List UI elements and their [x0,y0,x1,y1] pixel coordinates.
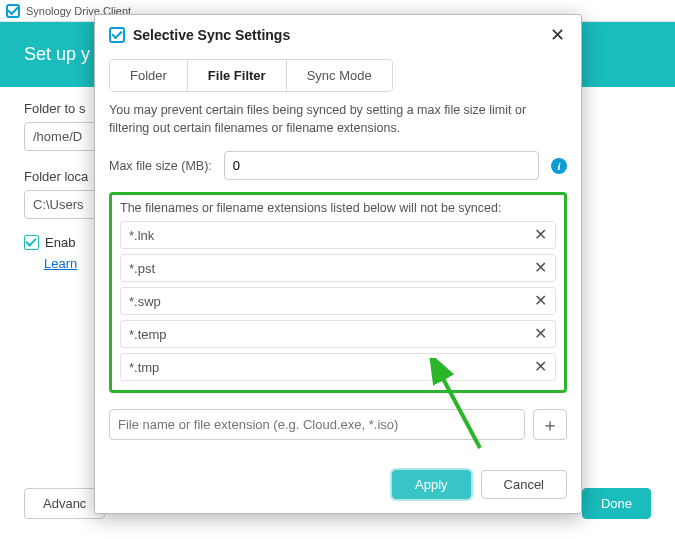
modal-body: You may prevent certain files being sync… [95,92,581,450]
help-text: You may prevent certain files being sync… [109,102,567,137]
modal-header: Selective Sync Settings ✕ [95,15,581,51]
tab-folder[interactable]: Folder [110,60,188,91]
add-extension-row: ＋ [109,409,567,440]
app-logo-icon [6,4,20,18]
enable-label: Enab [45,235,75,250]
info-icon[interactable]: i [551,158,567,174]
max-size-input[interactable] [224,151,539,180]
enable-checkbox[interactable] [24,235,39,250]
done-button[interactable]: Done [582,488,651,519]
tab-file-filter[interactable]: File Filter [188,60,287,91]
remove-icon[interactable]: ✕ [534,293,547,309]
extension-row: *.lnk ✕ [120,221,556,249]
add-extension-button[interactable]: ＋ [533,409,567,440]
add-extension-input[interactable] [109,409,525,440]
extension-row: *.tmp ✕ [120,353,556,381]
extension-label: *.pst [129,261,155,276]
max-size-row: Max file size (MB): i [109,151,567,180]
remove-icon[interactable]: ✕ [534,326,547,342]
remove-icon[interactable]: ✕ [534,359,547,375]
modal-title: Selective Sync Settings [133,27,547,43]
remove-icon[interactable]: ✕ [534,227,547,243]
extension-row: *.temp ✕ [120,320,556,348]
remove-icon[interactable]: ✕ [534,260,547,276]
extension-list-title: The filenames or filename extensions lis… [120,201,556,215]
extension-list-box: The filenames or filename extensions lis… [109,192,567,393]
max-size-label: Max file size (MB): [109,159,212,173]
close-icon[interactable]: ✕ [547,25,567,45]
extension-label: *.tmp [129,360,159,375]
cancel-button[interactable]: Cancel [481,470,567,499]
extension-row: *.swp ✕ [120,287,556,315]
tab-bar: Folder File Filter Sync Mode [109,59,393,92]
apply-button[interactable]: Apply [392,470,471,499]
learn-link[interactable]: Learn [44,256,77,271]
extension-label: *.swp [129,294,161,309]
banner-heading: Set up y [24,44,90,64]
extension-row: *.pst ✕ [120,254,556,282]
selective-sync-modal: Selective Sync Settings ✕ Folder File Fi… [94,14,582,514]
modal-app-icon [109,27,125,43]
extension-label: *.temp [129,327,167,342]
tab-sync-mode[interactable]: Sync Mode [287,60,392,91]
plus-icon: ＋ [541,413,559,437]
modal-footer: Apply Cancel [392,470,567,499]
extension-label: *.lnk [129,228,154,243]
